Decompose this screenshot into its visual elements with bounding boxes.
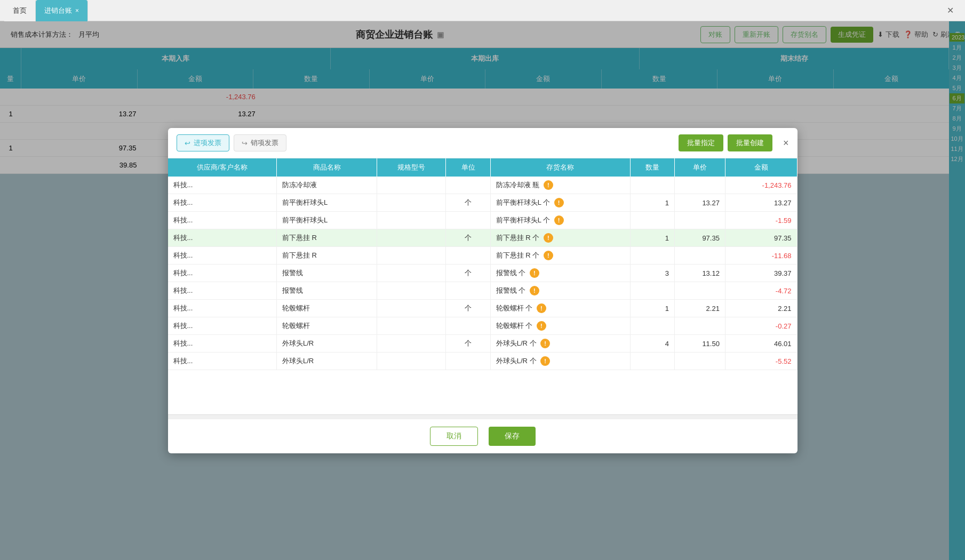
cell-inventory: 轮毂螺杆 个 ! [490, 317, 630, 335]
cell-qty [630, 282, 674, 300]
cell-inventory: 前平衡杆球头L 个 ! [490, 194, 630, 212]
cell-spec [377, 177, 446, 194]
cell-vendor: 科技... [168, 335, 277, 353]
cell-product: 报警线 [276, 282, 377, 300]
tab-incoming-label: 进项发票 [194, 138, 221, 148]
cell-amount: -1.59 [725, 212, 797, 229]
cell-amount: 39.37 [725, 265, 797, 282]
cell-vendor: 科技... [168, 265, 277, 282]
cell-product: 前平衡杆球头L [276, 212, 377, 229]
table-row[interactable]: 科技... 外球头L/R 个 外球头L/R 个 ! 4 11.50 46.01 [168, 335, 797, 353]
cell-qty [630, 212, 674, 229]
modal-header-buttons: 批量指定 批量创建 [679, 134, 772, 151]
cell-inventory: 前下悬挂 R 个 ! [490, 229, 630, 247]
th-amount: 金额 [725, 158, 797, 177]
cell-vendor: 科技... [168, 353, 277, 370]
cell-unit [446, 317, 490, 335]
modal-overlay: ↩ 进项发票 ↪ 销项发票 批量指定 批量创建 × 供应 [0, 21, 965, 560]
cell-price [675, 247, 725, 265]
cell-product: 轮毂螺杆 [276, 300, 377, 317]
th-vendor: 供应商/客户名称 [168, 158, 277, 177]
tab-home[interactable]: 首页 [4, 0, 36, 21]
cell-price [675, 212, 725, 229]
cell-spec [377, 265, 446, 282]
scroll-bar-stub[interactable] [168, 414, 797, 419]
cell-spec [377, 247, 446, 265]
cell-price [675, 317, 725, 335]
table-header-row: 供应商/客户名称 商品名称 规格型号 单位 存货名称 数量 单价 金额 [168, 158, 797, 177]
cell-amount: 46.01 [725, 335, 797, 353]
table-row[interactable]: 科技... 轮毂螺杆 个 轮毂螺杆 个 ! 1 2.21 2.21 [168, 300, 797, 317]
tab-active[interactable]: 进销台账 × [36, 0, 88, 21]
warning-icon: ! [530, 268, 539, 278]
cell-amount: 2.21 [725, 300, 797, 317]
tab-close-icon[interactable]: × [75, 7, 79, 14]
warning-icon: ! [530, 286, 539, 295]
table-row[interactable]: 科技... 防冻冷却液 防冻冷却液 瓶 ! -1,243.76 [168, 177, 797, 194]
table-row[interactable]: 科技... 报警线 个 报警线 个 ! 3 13.12 39.37 [168, 265, 797, 282]
cell-product: 前平衡杆球头L [276, 194, 377, 212]
table-row[interactable]: 科技... 前平衡杆球头L 前平衡杆球头L 个 ! -1.59 [168, 212, 797, 229]
modal-table-container[interactable]: 供应商/客户名称 商品名称 规格型号 单位 存货名称 数量 单价 金额 科技..… [168, 158, 797, 414]
cell-vendor: 科技... [168, 229, 277, 247]
th-qty: 数量 [630, 158, 674, 177]
outgoing-icon: ↪ [242, 139, 248, 147]
tab-incoming-invoice[interactable]: ↩ 进项发票 [177, 134, 229, 151]
th-inventory: 存货名称 [490, 158, 630, 177]
window-close-button[interactable]: ✕ [939, 0, 961, 21]
cell-spec [377, 353, 446, 370]
modal-close-button[interactable]: × [783, 138, 789, 148]
cancel-button[interactable]: 取消 [430, 427, 478, 446]
table-row[interactable]: 科技... 外球头L/R 外球头L/R 个 ! -5.52 [168, 353, 797, 370]
cell-spec [377, 282, 446, 300]
cell-price [675, 353, 725, 370]
table-row[interactable]: 科技... 轮毂螺杆 轮毂螺杆 个 ! -0.27 [168, 317, 797, 335]
warning-icon: ! [544, 233, 553, 243]
cell-qty [630, 353, 674, 370]
cell-product: 前下悬挂 R [276, 247, 377, 265]
table-row[interactable]: 科技... 前下悬挂 R 个 前下悬挂 R 个 ! 1 97.35 97.35 [168, 229, 797, 247]
table-row[interactable]: 科技... 前平衡杆球头L 个 前平衡杆球头L 个 ! 1 13.27 13.2… [168, 194, 797, 212]
cell-price [675, 282, 725, 300]
cell-inventory: 报警线 个 ! [490, 282, 630, 300]
warning-icon: ! [537, 303, 546, 313]
cell-amount: -0.27 [725, 317, 797, 335]
cell-inventory: 前平衡杆球头L 个 ! [490, 212, 630, 229]
cell-vendor: 科技... [168, 247, 277, 265]
cell-qty [630, 247, 674, 265]
cell-vendor: 科技... [168, 177, 277, 194]
cell-qty [630, 177, 674, 194]
cell-price: 97.35 [675, 229, 725, 247]
cell-product: 前下悬挂 R [276, 229, 377, 247]
cell-qty: 1 [630, 194, 674, 212]
th-product: 商品名称 [276, 158, 377, 177]
cell-qty: 1 [630, 300, 674, 317]
cell-qty: 1 [630, 229, 674, 247]
cell-inventory: 外球头L/R 个 ! [490, 353, 630, 370]
cell-amount: -5.52 [725, 353, 797, 370]
cell-spec [377, 300, 446, 317]
cell-amount: 97.35 [725, 229, 797, 247]
main-area: 销售成本计算方法： 月平均 商贸企业进销台账 ▣ 对账 重新开账 存货别名 生成… [0, 21, 965, 560]
table-row[interactable]: 科技... 报警线 报警线 个 ! -4.72 [168, 282, 797, 300]
warning-icon: ! [540, 356, 550, 366]
warning-icon: ! [544, 180, 553, 190]
warning-icon: ! [554, 198, 564, 207]
cell-product: 轮毂螺杆 [276, 317, 377, 335]
table-row[interactable]: 科技... 前下悬挂 R 前下悬挂 R 个 ! -11.68 [168, 247, 797, 265]
cell-amount: -4.72 [725, 282, 797, 300]
tab-outgoing-invoice[interactable]: ↪ 销项发票 [234, 134, 286, 151]
invoice-table: 供应商/客户名称 商品名称 规格型号 单位 存货名称 数量 单价 金额 科技..… [168, 158, 797, 370]
warning-icon: ! [540, 339, 550, 348]
batch-designate-button[interactable]: 批量指定 [679, 134, 723, 151]
batch-create-button[interactable]: 批量创建 [728, 134, 772, 151]
save-button[interactable]: 保存 [489, 427, 536, 446]
modal-footer: 取消 保存 [168, 419, 797, 453]
cell-price: 13.27 [675, 194, 725, 212]
cell-inventory: 前下悬挂 R 个 ! [490, 247, 630, 265]
cell-spec [377, 229, 446, 247]
cell-product: 报警线 [276, 265, 377, 282]
cell-unit: 个 [446, 194, 490, 212]
cell-spec [377, 212, 446, 229]
cell-inventory: 外球头L/R 个 ! [490, 335, 630, 353]
